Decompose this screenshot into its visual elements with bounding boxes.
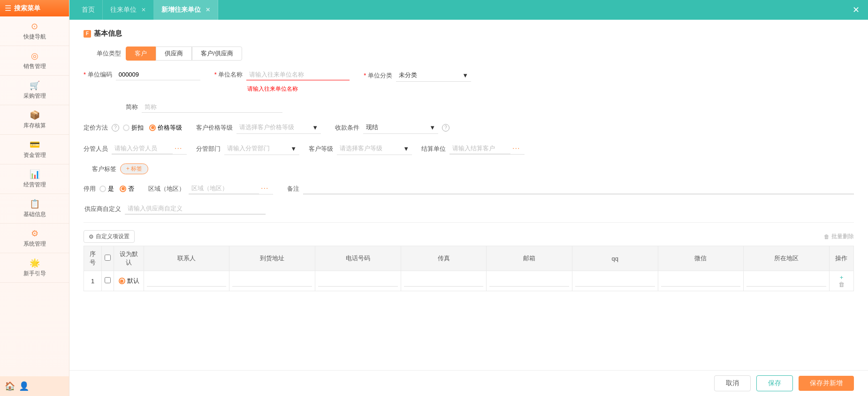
system-icon: ⚙ (31, 228, 38, 239)
unit-code-input[interactable] (116, 69, 200, 80)
sidebar-item-inventory[interactable]: 📦 库存核算 (0, 105, 69, 135)
cell-contact[interactable] (144, 271, 229, 291)
tab-bar-close-btn[interactable]: ✕ (849, 5, 863, 15)
qq-input[interactable] (575, 275, 655, 287)
pricing-discount[interactable]: 折扣 (123, 124, 144, 132)
tab-new-contact[interactable]: 新增往来单位 ✕ (154, 0, 218, 20)
manager-more-btn[interactable]: ··· (173, 144, 184, 153)
region-table-input[interactable] (746, 275, 826, 287)
customer-tag-add-btn[interactable]: + 标签 (120, 163, 148, 174)
phone-input[interactable] (318, 275, 398, 287)
yes-radio[interactable] (99, 186, 106, 192)
chevron-down-icon: ▼ (403, 145, 409, 152)
home-icon: 🏠 (5, 381, 15, 391)
remark-input[interactable] (303, 183, 854, 194)
col-contact: 联系人 (144, 246, 229, 271)
manager-input[interactable] (112, 143, 173, 154)
save-and-new-button[interactable]: 保存并新增 (799, 376, 854, 391)
custom-settings-btn[interactable]: ⚙ 自定义项设置 (84, 230, 135, 243)
customer-level-select[interactable]: 请选择客户等级 ▼ (337, 142, 412, 155)
customer-price-level-select[interactable]: 请选择客户价格等级 ▼ (236, 121, 321, 134)
customer-tag-label: 客户标签 (84, 165, 116, 173)
batch-delete-btn[interactable]: 🗑 批量删除 (824, 233, 854, 241)
manager-label: 分管人员 (84, 145, 108, 153)
sidebar-item-sales[interactable]: ◎ 销售管理 (0, 46, 69, 76)
chevron-down-icon: ▼ (290, 145, 297, 152)
short-name-input[interactable] (142, 101, 282, 113)
region-input[interactable] (189, 183, 259, 194)
email-input[interactable] (489, 275, 569, 287)
user-icon: 👤 (19, 381, 29, 391)
cell-qq[interactable] (572, 271, 658, 291)
payment-terms-help-icon[interactable]: ? (442, 124, 449, 132)
department-select[interactable]: 请输入分管部门 ▼ (224, 142, 299, 155)
settlement-unit-input[interactable] (449, 143, 510, 154)
unit-category-select[interactable]: 未分类 ▼ (396, 69, 471, 82)
unit-type-customer[interactable]: 客户 (126, 47, 156, 61)
region-more-btn[interactable]: ··· (259, 184, 270, 193)
disabled-no[interactable]: 否 (120, 185, 134, 193)
select-all-checkbox[interactable] (105, 255, 111, 261)
search-menu-btn[interactable]: ☰ 搜索菜单 (0, 0, 69, 16)
default-radio[interactable] (119, 278, 125, 284)
unit-type-group: 客户 供应商 客户/供应商 (126, 47, 242, 61)
sidebar-item-quick-nav[interactable]: ⊙ 快捷导航 (0, 16, 69, 46)
supplier-custom-input[interactable] (125, 203, 266, 214)
cell-email[interactable] (487, 271, 572, 291)
cell-phone[interactable] (315, 271, 401, 291)
department-placeholder: 请输入分管部门 (227, 144, 270, 153)
contact-input[interactable] (147, 275, 227, 287)
address-input[interactable] (232, 275, 312, 287)
cancel-button[interactable]: 取消 (714, 375, 751, 391)
tab-contacts[interactable]: 往来单位 ✕ (103, 0, 154, 20)
unit-type-both[interactable]: 客户/供应商 (192, 47, 242, 61)
pricing-method-label: 定价方法 (84, 124, 108, 132)
col-action: 操作 (829, 246, 853, 271)
price-level-radio[interactable] (149, 124, 156, 131)
tab-new-contact-close[interactable]: ✕ (206, 7, 210, 13)
delete-row-btn[interactable]: 🗑 (838, 281, 845, 288)
unit-name-label: 单位名称 (214, 70, 243, 79)
pricing-price-level[interactable]: 价格等级 (149, 124, 182, 132)
row-checkbox[interactable] (105, 277, 111, 283)
default-label: 默认 (127, 277, 139, 285)
disabled-yes[interactable]: 是 (99, 185, 114, 193)
search-icon: ☰ (5, 4, 11, 13)
sidebar-item-system[interactable]: ⚙ 系统管理 (0, 224, 69, 253)
settlement-unit-label: 结算单位 (421, 145, 446, 153)
gear-icon: ⚙ (89, 233, 94, 240)
payment-terms-select[interactable]: 现结 ▼ (363, 121, 438, 134)
cell-fax[interactable] (401, 271, 487, 291)
save-button[interactable]: 保存 (756, 375, 793, 391)
tab-home[interactable]: 首页 (74, 0, 103, 20)
sidebar-item-purchase[interactable]: 🛒 采购管理 (0, 76, 69, 105)
sidebar-item-base[interactable]: 📋 基础信息 (0, 194, 69, 224)
cell-region[interactable] (744, 271, 830, 291)
sidebar-item-finance[interactable]: 💳 资金管理 (0, 135, 69, 164)
customer-level-placeholder: 请选择客户等级 (340, 144, 382, 153)
no-radio[interactable] (120, 186, 126, 192)
cell-wechat[interactable] (658, 271, 744, 291)
custom-settings-label: 自定义项设置 (96, 233, 129, 241)
sidebar-item-operations[interactable]: 📊 经营管理 (0, 164, 69, 194)
sidebar-item-guide[interactable]: 🌟 新手引导 (0, 253, 69, 283)
section-icon: F (84, 30, 91, 38)
default-radio-item[interactable]: 默认 (117, 277, 141, 285)
wechat-input[interactable] (661, 275, 741, 287)
col-checkbox[interactable] (102, 246, 114, 271)
unit-type-supplier[interactable]: 供应商 (156, 47, 192, 61)
unit-name-input[interactable] (246, 69, 350, 80)
chevron-down-icon: ▼ (429, 124, 435, 131)
quick-nav-icon: ⊙ (31, 21, 38, 31)
cell-address[interactable] (229, 271, 315, 291)
radio-dot (151, 126, 154, 129)
cell-action: + 🗑 (829, 271, 853, 291)
pricing-help-icon[interactable]: ? (112, 124, 119, 132)
add-row-btn[interactable]: + (840, 274, 844, 281)
discount-radio[interactable] (123, 124, 129, 131)
cell-checkbox[interactable] (102, 271, 114, 291)
fax-input[interactable] (404, 275, 484, 287)
settlement-more-btn[interactable]: ··· (510, 144, 522, 153)
tab-contacts-close[interactable]: ✕ (141, 7, 146, 13)
base-icon: 📋 (30, 199, 40, 209)
